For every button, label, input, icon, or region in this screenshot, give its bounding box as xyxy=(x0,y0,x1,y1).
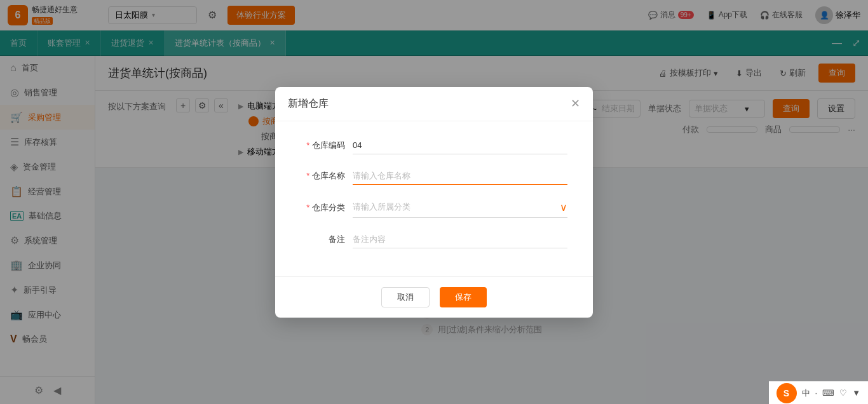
footer-dot-icon[interactable]: · xyxy=(815,388,818,398)
modal-header: 新增仓库 ✕ xyxy=(275,87,593,121)
name-label: 仓库名称 xyxy=(301,170,345,182)
modal-close-button[interactable]: ✕ xyxy=(571,98,580,109)
cancel-button[interactable]: 取消 xyxy=(381,287,430,307)
category-chevron-icon: ∨ xyxy=(560,201,567,213)
modal-title: 新增仓库 xyxy=(288,97,329,111)
footer-chinese-icon[interactable]: 中 xyxy=(802,387,810,399)
modal-footer: 取消 保存 xyxy=(275,276,593,318)
form-row-code: 仓库编码 xyxy=(301,137,567,154)
footer-menu-icon[interactable]: ▼ xyxy=(852,388,860,398)
code-label: 仓库编码 xyxy=(301,140,345,151)
modal-overlay: 新增仓库 ✕ 仓库编码 仓库名称 仓库分类 请输入所属分类 ∨ xyxy=(0,0,868,404)
modal-add-warehouse: 新增仓库 ✕ 仓库编码 仓库名称 仓库分类 请输入所属分类 ∨ xyxy=(275,87,593,318)
modal-body: 仓库编码 仓库名称 仓库分类 请输入所属分类 ∨ 备注 xyxy=(275,121,593,276)
code-input[interactable] xyxy=(353,137,567,154)
s-logo: S xyxy=(776,383,797,403)
footer-bar: S 中 · ⌨ ♡ ▼ xyxy=(769,381,869,404)
name-input[interactable] xyxy=(353,167,567,185)
category-label: 仓库分类 xyxy=(301,202,345,213)
save-button[interactable]: 保存 xyxy=(440,287,487,307)
category-select[interactable]: 请输入所属分类 ∨ xyxy=(353,198,567,218)
form-row-note: 备注 xyxy=(301,231,567,248)
note-input[interactable] xyxy=(353,231,567,248)
footer-keyboard-icon[interactable]: ⌨ xyxy=(822,388,834,398)
note-label: 备注 xyxy=(301,234,345,245)
footer-heart-icon[interactable]: ♡ xyxy=(839,388,847,398)
form-row-name: 仓库名称 xyxy=(301,167,567,185)
form-row-category: 仓库分类 请输入所属分类 ∨ xyxy=(301,198,567,218)
category-placeholder: 请输入所属分类 xyxy=(353,201,410,213)
